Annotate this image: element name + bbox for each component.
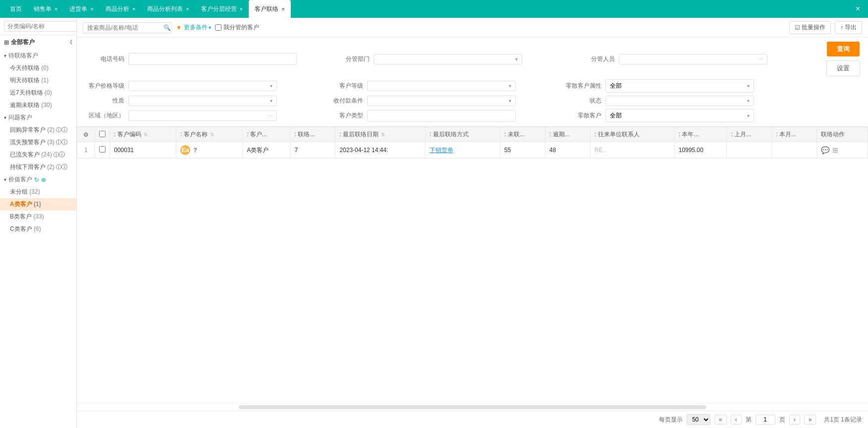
row-select-checkbox[interactable] (99, 146, 106, 153)
nav-tab-customer-tier[interactable]: 客户分层经营 × (195, 0, 249, 18)
value-arrow (4, 177, 6, 182)
region-label: 区域（地区） (85, 111, 124, 120)
th-this-month[interactable]: : 本月... (772, 127, 817, 142)
value-refresh-icon[interactable]: ↻ (34, 176, 39, 183)
sidebar-all-customers[interactable]: ⊞ 全部客户 《 (0, 35, 76, 50)
person-input[interactable]: ··· (619, 54, 767, 64)
sidebar-item-ungrouped[interactable]: 未分组 (32) (0, 186, 76, 198)
batch-operation-btn[interactable]: ☑ 批量操作 (789, 21, 831, 34)
price-level-label: 客户价格等级 (85, 82, 124, 90)
filter-search-icon[interactable]: 🔍 (163, 24, 171, 31)
region-input[interactable]: ··· (128, 110, 277, 121)
sidebar-item-b-class[interactable]: B类客户 (33) (0, 211, 76, 223)
price-level-select[interactable]: ▾ (128, 81, 277, 91)
per-page-label: 每页显示 (659, 416, 683, 424)
last-page-btn[interactable]: » (804, 415, 816, 425)
th-name[interactable]: : 客户名称 ⇅ (176, 127, 243, 142)
next-page-btn[interactable]: › (789, 415, 800, 425)
nature-select[interactable]: ▾ (128, 96, 277, 106)
sidebar-item-tomorrow[interactable]: 明天待联络 (1) (0, 74, 76, 87)
row-checkbox (95, 142, 110, 159)
problem-arrow (4, 115, 6, 120)
my-customers-check-input[interactable] (215, 24, 221, 31)
close-tab-analysis[interactable]: × (132, 6, 135, 12)
region-dots-icon: ··· (269, 113, 272, 118)
sidebar-item-declining[interactable]: 持续下滑客户 (2) ⓘ (0, 161, 76, 173)
retail-chevron-icon: ▾ (747, 113, 750, 118)
th-contact-count[interactable]: : 联络... (290, 127, 335, 142)
sidebar-group-problem[interactable]: 问题客户 (0, 111, 76, 124)
sidebar-item-a-class[interactable]: A类客户 (1) (0, 198, 76, 211)
status-select[interactable]: ▾ (605, 96, 754, 106)
th-code[interactable]: : 客户编码 ⇅ (110, 127, 176, 142)
last-method-link[interactable]: 下销货单 (430, 147, 453, 154)
close-tab-customer-tier[interactable]: × (240, 6, 243, 12)
retail-attr-select[interactable]: 全部 ▾ (605, 79, 754, 93)
sidebar-item-churn-warning[interactable]: 流失预警客户 (3) ⓘ (0, 136, 76, 149)
action-icons: 💬 ⊞ (821, 146, 864, 154)
th-overdue[interactable]: : 逾期... (545, 127, 590, 142)
sidebar-item-churned[interactable]: 已流失客户 (24) ⓘ (0, 149, 76, 161)
settings-btn[interactable]: 设置 (826, 60, 860, 76)
dept-select[interactable]: ▾ (374, 54, 522, 64)
filter-search-input[interactable] (87, 24, 162, 31)
th-settings[interactable]: ⚙ (77, 127, 95, 142)
filter-cell-payment: 收付款条件 ▾ (324, 96, 562, 106)
info-icon-0: ⓘ (56, 126, 67, 133)
customer-type-input[interactable] (367, 110, 516, 122)
filter-cell-customer-type: 客户类型 (324, 110, 562, 122)
sidebar-group-pending[interactable]: 待联络客户 (0, 50, 76, 62)
th-last-date[interactable]: : 最后联络日期 ⇅ (335, 127, 426, 142)
th-no-contact[interactable]: : 未联... (500, 127, 545, 142)
select-all-checkbox[interactable] (99, 131, 106, 137)
sidebar-item-7days[interactable]: 近7天待联络 (0) (0, 87, 76, 99)
close-tab-sales[interactable]: × (54, 6, 57, 12)
sidebar-group-value[interactable]: 价值客户 ↻ ⊕ (0, 173, 76, 186)
row-level: A类客户 (243, 142, 290, 159)
close-tab-purchase[interactable]: × (90, 6, 93, 12)
sidebar-item-overdue[interactable]: 逾期未联络 (30) (0, 99, 76, 111)
th-this-year[interactable]: : 本年... (674, 127, 727, 142)
my-customers-checkbox[interactable]: 我分管的客户 (215, 23, 259, 32)
query-btn[interactable]: 查询 (827, 42, 860, 56)
filter-search-box: 🔍 (83, 22, 172, 33)
th-last-method[interactable]: : 最后联络方式 (425, 127, 500, 142)
value-add-icon[interactable]: ⊕ (41, 176, 46, 183)
close-all-tabs[interactable]: × (852, 4, 864, 13)
horizontal-scrollbar[interactable] (239, 405, 706, 409)
nav-tab-customer-contact[interactable]: 客户联络 × (249, 0, 290, 18)
page-size-select[interactable]: 50 (687, 414, 710, 425)
nav-tab-analysis-list[interactable]: 商品分析列表 × (141, 0, 195, 18)
advanced-filter: 电话号码 分管部门 ▾ 分管人员 ··· (77, 38, 868, 127)
collapse-icon[interactable]: 《 (67, 39, 72, 46)
qr-icon[interactable]: ⊞ (832, 146, 838, 154)
chat-icon[interactable]: 💬 (821, 146, 829, 154)
th-last-month[interactable]: : 上月... (727, 127, 772, 142)
first-page-btn[interactable]: « (714, 415, 727, 425)
sidebar-item-today[interactable]: 今天待联络 (0) (0, 62, 76, 74)
close-tab-analysis-list[interactable]: × (186, 6, 189, 12)
nav-tab-sales[interactable]: 销售单 × (28, 0, 63, 18)
prev-page-btn[interactable]: ‹ (731, 415, 742, 425)
sidebar-item-repurchase-anomaly[interactable]: 回购异常客户 (2) ⓘ (0, 124, 76, 136)
filter-more-conditions[interactable]: ▼ 更多条件 ▾ (176, 23, 211, 32)
th-contact-person[interactable]: : 往来单位联系人 (590, 127, 674, 142)
nav-tab-purchase[interactable]: 进货单 × (63, 0, 99, 18)
row-contact-person: RE . (590, 142, 674, 159)
export-btn[interactable]: ↑ 导出 (835, 21, 862, 34)
phone-input[interactable] (128, 53, 297, 65)
total-label: 共1页 1条记录 (824, 416, 862, 424)
nav-home[interactable]: 首页 (4, 0, 28, 18)
page-number-input[interactable] (756, 415, 775, 425)
retail-select[interactable]: 全部 ▾ (605, 109, 754, 122)
settings-icon[interactable]: ⚙ (83, 131, 89, 138)
customer-level-select[interactable]: ▾ (367, 81, 516, 91)
page-label: 第 (746, 416, 752, 424)
th-level[interactable]: : 客户... (243, 127, 290, 142)
row-name: Ea ？ (176, 142, 243, 159)
payment-select[interactable]: ▾ (367, 96, 516, 106)
close-tab-customer-contact[interactable]: × (281, 6, 284, 12)
nav-tab-analysis[interactable]: 商品分析 × (100, 0, 141, 18)
sidebar-item-c-class[interactable]: C类客户 (6) (0, 223, 76, 235)
sidebar-search-input[interactable] (4, 21, 77, 32)
